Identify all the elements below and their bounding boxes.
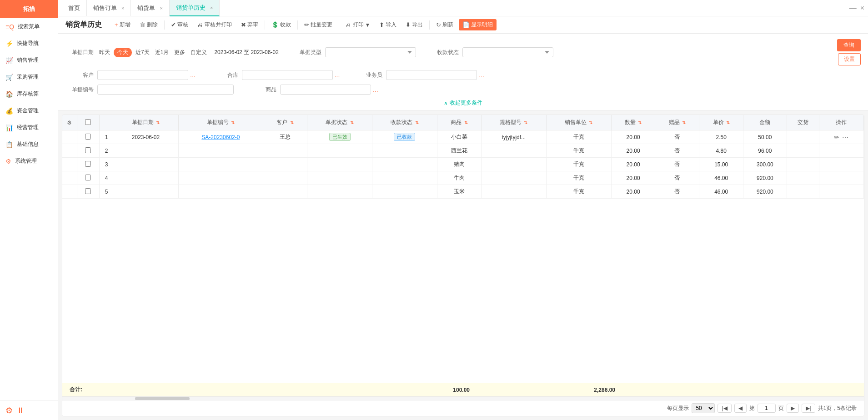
import-button[interactable]: ⬆ 导入: [376, 19, 400, 30]
col-doc-no[interactable]: 单据编号 ⇅: [178, 115, 263, 130]
cell-action[interactable]: [819, 171, 863, 185]
staff-input[interactable]: [386, 70, 477, 80]
col-customer-sort[interactable]: ⇅: [290, 120, 294, 125]
sidebar-item-ops-mgmt[interactable]: 📊 经营管理: [0, 119, 58, 136]
collect-button[interactable]: 💲 收款: [268, 19, 295, 30]
date-custom[interactable]: 自定义: [189, 48, 209, 57]
col-doc-no-sort[interactable]: ⇅: [231, 120, 235, 125]
col-amount[interactable]: 金额: [743, 115, 787, 130]
cell-checkbox[interactable]: [77, 185, 100, 199]
row-checkbox[interactable]: [85, 147, 91, 153]
col-checkbox[interactable]: [77, 115, 100, 130]
cell-doc-no[interactable]: [178, 185, 263, 199]
tab-home[interactable]: 首页: [62, 0, 87, 16]
print-button[interactable]: 🖨 打印 ▼: [342, 19, 374, 30]
cell-doc-no[interactable]: [178, 158, 263, 171]
col-doc-status[interactable]: 单据状态 ⇅: [307, 115, 372, 130]
col-unit[interactable]: 销售单位 ⇅: [546, 115, 611, 130]
last-page-button[interactable]: ▶|: [802, 404, 815, 413]
date-yesterday[interactable]: 昨天: [97, 48, 112, 57]
cell-checkbox[interactable]: [77, 130, 100, 144]
table-row[interactable]: 2 西兰花 千克 20.00 否 4.80 96.00: [62, 144, 864, 158]
tab-sales-order-close[interactable]: ×: [121, 5, 124, 11]
sidebar-item-sales-mgmt[interactable]: 📈 销售管理: [0, 52, 58, 69]
col-qty-sort[interactable]: ⇅: [638, 120, 642, 125]
cell-doc-no[interactable]: SA-20230602-0: [178, 130, 263, 144]
table-row[interactable]: 5 玉米 千克 20.00 否 46.00 920.00: [62, 185, 864, 199]
goods-dots[interactable]: ...: [373, 86, 378, 93]
first-page-button[interactable]: |◀: [717, 404, 731, 413]
col-spec[interactable]: 规格型号 ⇅: [481, 115, 546, 130]
sidebar-item-search-menu[interactable]: ≡Q 搜索菜单: [0, 18, 58, 35]
row-checkbox[interactable]: [85, 134, 91, 140]
batch-change-button[interactable]: ✏ 批量变更: [301, 19, 336, 30]
col-goods[interactable]: 商品 ⇅: [437, 115, 481, 130]
date-more[interactable]: 更多: [172, 48, 187, 57]
col-unit-sort[interactable]: ⇅: [589, 120, 592, 125]
doc-type-select[interactable]: [325, 47, 416, 57]
row-checkbox[interactable]: [85, 175, 91, 180]
doc-no-link[interactable]: SA-20230602-0: [201, 134, 240, 140]
tab-sales-history[interactable]: 销货单历史 ×: [170, 0, 220, 16]
sidebar-item-quick-nav[interactable]: ⚡ 快捷导航: [0, 35, 58, 52]
minimize-button[interactable]: —: [849, 4, 857, 12]
sidebar-item-basic-info[interactable]: 📋 基础信息: [0, 136, 58, 153]
tab-sales-goods[interactable]: 销货单 ×: [131, 0, 169, 16]
row-checkbox[interactable]: [85, 188, 91, 194]
prev-page-button[interactable]: ◀: [734, 404, 747, 413]
table-row[interactable]: 4 牛肉 千克 20.00 否 46.00 920.00: [62, 171, 864, 185]
col-gift[interactable]: 赠品 ⇅: [655, 115, 699, 130]
new-button[interactable]: + 新增: [111, 19, 134, 30]
tab-sales-history-close[interactable]: ×: [210, 5, 213, 10]
setting-button[interactable]: 设置: [838, 53, 861, 65]
delete-button[interactable]: 🗑 删除: [136, 19, 161, 30]
col-gift-sort[interactable]: ⇅: [682, 120, 686, 125]
table-row[interactable]: 3 猪肉 千克 20.00 否 15.00 300.00: [62, 158, 864, 171]
col-customer[interactable]: 客户 ⇅: [263, 115, 307, 130]
staff-dots[interactable]: ...: [479, 71, 484, 79]
tab-sales-goods-close[interactable]: ×: [160, 5, 162, 11]
col-date[interactable]: 单据日期 ⇅: [113, 115, 178, 130]
col-price[interactable]: 单价 ⇅: [699, 115, 743, 130]
collapse-button[interactable]: ∧ 收起更多条件: [65, 99, 861, 107]
sidebar-bottom-actions[interactable]: ⚙ ⏸: [0, 400, 58, 420]
review-print-button[interactable]: 🖨 审核并打印: [194, 19, 236, 30]
collect-status-select[interactable]: [462, 47, 553, 57]
sidebar-item-sys-mgmt[interactable]: ⚙ 系统管理: [0, 153, 58, 170]
col-qty[interactable]: 数量 ⇅: [611, 115, 655, 130]
col-date-sort[interactable]: ⇅: [156, 120, 160, 125]
edit-action[interactable]: ✏: [834, 134, 839, 141]
col-collect-status[interactable]: 收款状态 ⇅: [372, 115, 437, 130]
warehouse-input[interactable]: [242, 70, 333, 80]
query-button[interactable]: 查询: [837, 39, 861, 51]
cell-checkbox[interactable]: [77, 171, 100, 185]
abandon-button[interactable]: ✖ 弃审: [237, 19, 262, 30]
show-detail-button[interactable]: 📄 显示明细: [459, 19, 497, 30]
cell-doc-no[interactable]: [178, 144, 263, 158]
warehouse-dots[interactable]: ...: [335, 71, 340, 79]
cell-action[interactable]: [819, 185, 863, 199]
row-checkbox[interactable]: [85, 161, 91, 167]
customer-input[interactable]: [97, 70, 188, 80]
sidebar-item-inventory[interactable]: 🏠 库存核算: [0, 85, 58, 102]
review-button[interactable]: ✔ 审核: [167, 19, 192, 30]
col-price-sort[interactable]: ⇅: [726, 120, 730, 125]
next-page-button[interactable]: ▶: [787, 404, 799, 413]
cell-action[interactable]: [819, 144, 863, 158]
customer-dots[interactable]: ...: [190, 71, 196, 79]
per-page-select[interactable]: 50 100: [692, 403, 715, 413]
col-goods-sort[interactable]: ⇅: [464, 120, 468, 125]
goods-input[interactable]: [280, 85, 371, 95]
close-window-button[interactable]: ×: [860, 4, 864, 12]
cell-action[interactable]: [819, 158, 863, 171]
refresh-button[interactable]: ↻ 刷新: [432, 19, 457, 30]
cell-checkbox[interactable]: [77, 158, 100, 171]
page-number-input[interactable]: [758, 404, 776, 413]
export-button[interactable]: ⬇ 导出: [402, 19, 426, 30]
sidebar-item-finance-mgmt[interactable]: 💰 资金管理: [0, 102, 58, 119]
doc-no-input[interactable]: [97, 85, 234, 95]
col-gear[interactable]: ⚙: [62, 115, 77, 130]
cell-doc-no[interactable]: [178, 171, 263, 185]
horizontal-scrollbar[interactable]: [62, 396, 864, 400]
date-1month[interactable]: 近1月: [153, 48, 171, 57]
